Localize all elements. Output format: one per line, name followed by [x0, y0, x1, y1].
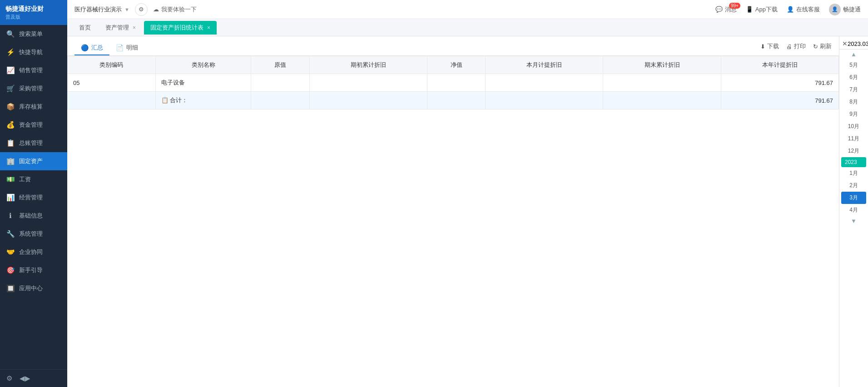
date-panel-title: 2023.03: [848, 40, 868, 47]
date-month-1月[interactable]: 1月: [839, 167, 868, 179]
sidebar-icon-9: 📊: [6, 194, 15, 202]
date-scroll[interactable]: ▲5月6月7月8月9月10月11月12月20231月2月3月4月▼: [839, 50, 868, 385]
sidebar-label-11: 系统管理: [19, 230, 43, 238]
sidebar-item-0[interactable]: 🔍搜索菜单: [0, 25, 67, 43]
download-button[interactable]: ⬇ 下载: [760, 42, 779, 50]
date-month-4月[interactable]: 4月: [839, 204, 868, 216]
sidebar-label-6: 总账管理: [19, 139, 43, 147]
col-yearly-dep: 本年计提折旧: [721, 56, 838, 74]
close-tab-asset[interactable]: ×: [133, 25, 136, 31]
sidebar-logo: 畅捷通好业财 普及版: [0, 0, 67, 25]
sidebar-item-7[interactable]: 🏢固定资产: [0, 152, 67, 170]
message-button[interactable]: 💬 消息 99+: [715, 5, 737, 14]
date-month-8月[interactable]: 8月: [839, 96, 868, 108]
tab-home[interactable]: 首页: [73, 21, 97, 35]
close-tab-report[interactable]: ×: [207, 25, 210, 31]
company-name: 医疗器械行业演示: [74, 5, 122, 14]
summary-spacer: [68, 92, 156, 109]
sidebar-item-8[interactable]: 💵工资: [0, 170, 67, 189]
sidebar-item-10[interactable]: ℹ基础信息: [0, 207, 67, 225]
sidebar-label-0: 搜索菜单: [19, 30, 43, 38]
sidebar-icon-0: 🔍: [6, 30, 15, 38]
sidebar-item-9[interactable]: 📊经营管理: [0, 189, 67, 207]
app-download-button[interactable]: 📱 App下载: [746, 5, 778, 14]
col-monthly-dep: 本月计提折旧: [486, 56, 603, 74]
print-button[interactable]: 🖨 打印: [786, 42, 806, 50]
content-area: 🔵 汇总 📄 明细 ⬇ 下载 🖨 打印: [67, 36, 868, 387]
date-up-button[interactable]: ▲: [839, 50, 868, 59]
customer-service-button[interactable]: 👤 在线客服: [787, 5, 820, 14]
experience-button[interactable]: ☁ 我要体验一下: [153, 5, 197, 14]
tab-fixed-asset-report[interactable]: 固定资产折旧统计表 ×: [144, 21, 217, 35]
sidebar-scroll: 🔍搜索菜单⚡快捷导航📈销售管理🛒采购管理📦库存核算💰资金管理📋总账管理🏢固定资产…: [0, 25, 67, 369]
report-panel: 🔵 汇总 📄 明细 ⬇ 下载 🖨 打印: [67, 36, 839, 387]
date-month-7月[interactable]: 7月: [839, 84, 868, 96]
sidebar-item-2[interactable]: 📈销售管理: [0, 61, 67, 79]
sidebar-icon-12: 🤝: [6, 248, 15, 256]
sidebar-icon-5: 💰: [6, 121, 15, 129]
sidebar-label-12: 企业协同: [19, 248, 43, 256]
sub-tab-detail[interactable]: 📄 明细: [109, 41, 144, 55]
date-panel-header: ✕ 2023.03 ⤢: [839, 38, 868, 50]
sidebar-icon-14: 🔲: [6, 284, 15, 293]
sidebar-item-14[interactable]: 🔲应用中心: [0, 279, 67, 298]
sidebar-item-4[interactable]: 📦库存核算: [0, 98, 67, 116]
sidebar-label-5: 资金管理: [19, 121, 43, 129]
settings-icon[interactable]: ⚙: [6, 374, 12, 382]
sidebar-icon-11: 🔧: [6, 230, 15, 238]
row-net-value: [427, 74, 485, 92]
topbar-right: 💬 消息 99+ 📱 App下载 👤 在线客服 👤 畅捷通: [715, 4, 861, 15]
sidebar-label-10: 基础信息: [19, 212, 43, 220]
date-month-2月[interactable]: 2月: [839, 179, 868, 192]
topbar-settings-button[interactable]: ⚙: [135, 3, 148, 16]
download-icon: ⬇: [760, 43, 765, 50]
sidebar-label-13: 新手引导: [19, 266, 43, 274]
service-icon: 👤: [787, 6, 794, 13]
date-month-9月[interactable]: 9月: [839, 108, 868, 120]
row-code: 05: [68, 74, 156, 92]
sidebar-item-13[interactable]: 🎯新手引导: [0, 261, 67, 279]
collapse-icon[interactable]: ◀▶: [20, 374, 30, 382]
summary-period-end-dep: [603, 92, 721, 109]
app-edition: 普及版: [5, 14, 62, 20]
sidebar-label-7: 固定资产: [19, 157, 43, 165]
company-chevron-icon: ▼: [124, 7, 129, 12]
row-initial-dep: [309, 74, 427, 92]
sidebar-item-6[interactable]: 📋总账管理: [0, 134, 67, 152]
sidebar-icon-13: 🎯: [6, 266, 15, 274]
date-panel: ✕ 2023.03 ⤢ ▲5月6月7月8月9月10月11月12月20231月2月…: [839, 36, 868, 387]
download-icon: 📱: [746, 6, 753, 13]
row-original: [251, 74, 309, 92]
summary-original: [251, 92, 309, 109]
summary-net-value: [427, 92, 485, 109]
sidebar-bottom: ⚙ ◀▶: [0, 369, 67, 387]
date-month-11月[interactable]: 11月: [839, 133, 868, 145]
sidebar-item-5[interactable]: 💰资金管理: [0, 116, 67, 134]
row-monthly-dep: [486, 74, 603, 92]
sidebar-item-12[interactable]: 🤝企业协同: [0, 243, 67, 261]
date-month-12月[interactable]: 12月: [839, 145, 868, 157]
sub-tab-summary[interactable]: 🔵 汇总: [74, 41, 109, 55]
refresh-icon: ↻: [813, 43, 818, 50]
date-month-3月[interactable]: 3月: [841, 192, 866, 204]
refresh-button[interactable]: ↻ 刷新: [813, 42, 832, 50]
date-month-10月[interactable]: 10月: [839, 120, 868, 133]
sidebar-icon-6: 📋: [6, 139, 15, 147]
date-down-button[interactable]: ▼: [839, 216, 868, 226]
user-profile[interactable]: 👤 畅捷通: [829, 4, 861, 15]
sidebar-item-1[interactable]: ⚡快捷导航: [0, 43, 67, 61]
date-panel-close-icon[interactable]: ✕: [842, 40, 848, 47]
sidebar-item-3[interactable]: 🛒采购管理: [0, 79, 67, 98]
date-month-6月[interactable]: 6月: [839, 71, 868, 84]
tab-asset-management[interactable]: 资产管理 ×: [99, 21, 142, 35]
col-net-value: 净值: [427, 56, 485, 74]
sidebar: 畅捷通好业财 普及版 🔍搜索菜单⚡快捷导航📈销售管理🛒采购管理📦库存核算💰资金管…: [0, 0, 67, 387]
col-name: 类别名称: [155, 56, 251, 74]
message-badge: 99+: [729, 3, 740, 9]
date-month-5月[interactable]: 5月: [839, 59, 868, 71]
col-original: 原值: [251, 56, 309, 74]
sidebar-item-11[interactable]: 🔧系统管理: [0, 225, 67, 243]
sub-tabs: 🔵 汇总 📄 明细 ⬇ 下载 🖨 打印: [67, 36, 839, 56]
company-selector[interactable]: 医疗器械行业演示 ▼: [74, 5, 129, 14]
summary-row: 📋 合计： 791.67: [68, 92, 839, 109]
